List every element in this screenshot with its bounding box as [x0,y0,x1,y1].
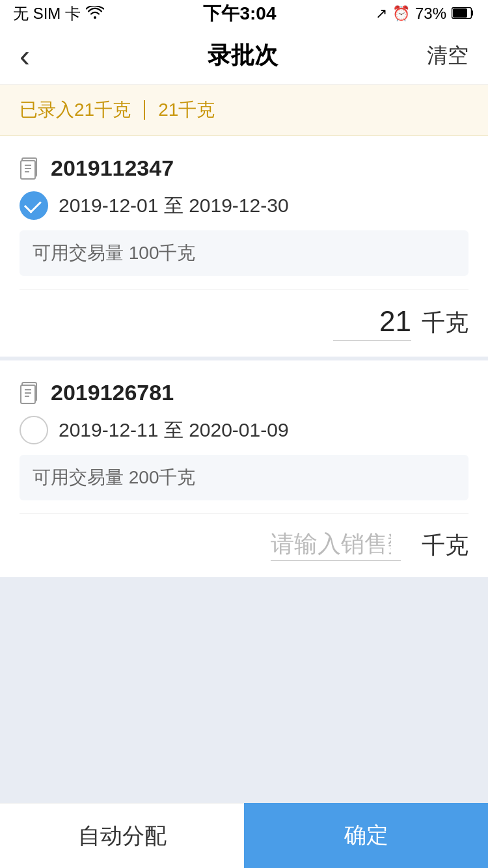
battery-label: 73% [415,5,446,23]
amount-row-1: 21 千克 [0,290,488,360]
available-text-1: 可用交易量 100千克 [33,243,196,263]
amount-unit-1: 千克 [422,307,468,339]
alarm-icon: ⏰ [392,5,410,22]
status-left: 无 SIM 卡 [13,3,104,24]
nav-bar: ‹ 录批次 清空 [0,27,488,85]
banner-divider [144,100,145,120]
clear-button[interactable]: 清空 [427,42,468,70]
radio-1[interactable] [20,191,48,220]
batch-id-1: 2019112347 [51,156,174,181]
battery-icon [452,5,475,23]
confirm-button[interactable]: 确定 [244,803,488,868]
doc-icon-2 [20,381,43,405]
content-area: 2019112347 2019-12-01 至 2019-12-30 可用交易量… [0,136,488,868]
available-row-1: 可用交易量 100千克 [20,230,468,276]
page-title: 录批次 [208,40,278,72]
info-banner: 已录入21千克 21千克 [0,85,488,136]
status-right: ↗ ⏰ 73% [375,5,475,23]
input-unit-2: 千克 [422,530,468,562]
doc-icon-1 [20,157,43,180]
batch-header-2: 2019126781 [20,380,468,405]
batch-card-2: 2019126781 2019-12-11 至 2020-01-09 可用交易量… [0,360,488,514]
batch-date-row-1[interactable]: 2019-12-01 至 2019-12-30 [20,191,468,220]
available-row-2: 可用交易量 200千克 [20,455,468,500]
quantity-input-2[interactable] [271,530,401,558]
carrier-label: 无 SIM 卡 [13,3,81,24]
batch-header-1: 2019112347 [20,156,468,181]
input-row-2: 千克 [0,514,488,581]
bottom-bar: 自动分配 确定 [0,803,488,868]
svg-rect-8 [21,385,35,403]
radio-2[interactable] [20,416,48,444]
recorded-value: 21千克 [158,98,215,122]
amount-value-1: 21 [379,305,411,337]
confirm-label: 确定 [344,821,388,850]
svg-rect-1 [453,8,467,18]
empty-area [0,581,488,841]
location-icon: ↗ [375,5,387,22]
status-bar: 无 SIM 卡 下午3:04 ↗ ⏰ 73% [0,0,488,27]
back-button[interactable]: ‹ [20,38,59,74]
batch-date-2: 2019-12-11 至 2020-01-09 [59,417,289,444]
wifi-icon [86,5,104,23]
input-wrap-2[interactable] [271,530,401,561]
batch-date-1: 2019-12-01 至 2019-12-30 [59,193,289,219]
batch-date-row-2[interactable]: 2019-12-11 至 2020-01-09 [20,416,468,444]
batch-id-2: 2019126781 [51,380,174,405]
auto-distribute-label: 自动分配 [78,821,167,851]
batch-card-1: 2019112347 2019-12-01 至 2019-12-30 可用交易量… [0,136,488,290]
auto-distribute-button[interactable]: 自动分配 [0,803,244,868]
status-time: 下午3:04 [203,1,276,26]
available-text-2: 可用交易量 200千克 [33,467,196,487]
recorded-label: 已录入21千克 [20,98,131,122]
back-icon: ‹ [20,38,30,74]
amount-display-1: 21 [333,305,411,341]
svg-rect-3 [21,161,35,179]
